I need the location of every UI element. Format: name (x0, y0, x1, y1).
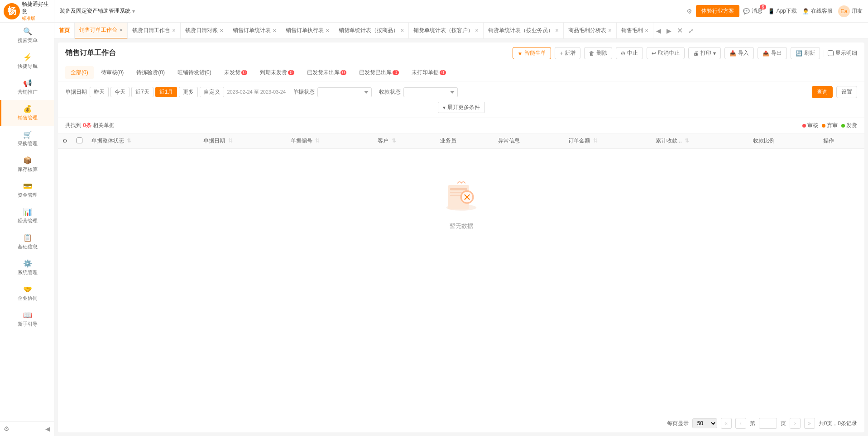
show-detail-checkbox[interactable]: 显示明细 (828, 49, 857, 57)
col-doc-num[interactable]: 单据编号 ⇅ (286, 133, 374, 149)
tabs-maximize-btn[interactable]: ⤢ (686, 23, 696, 39)
tabs-close-all-btn[interactable]: ✕ (674, 23, 686, 39)
sub-tab-not-printed[interactable]: 未打印单据0 (406, 66, 451, 79)
tab-gross-profit[interactable]: 商品毛利分析表 ✕ (564, 23, 617, 39)
tab-sales-order-workbench[interactable]: 销售订单工作台 ✕ (75, 23, 128, 39)
col-doc-date[interactable]: 单据日期 ⇅ (199, 133, 286, 149)
sub-tab-not-shipped[interactable]: 未发货0 (219, 66, 253, 79)
prev-page-btn[interactable]: ‹ (735, 418, 746, 429)
status-select[interactable] (317, 87, 372, 97)
last-page-btn[interactable]: » (804, 418, 815, 429)
batch-ship-btn[interactable]: 发货 (841, 122, 857, 129)
industry-btn[interactable]: 体验行业方案 (696, 5, 739, 17)
tab-close-icon[interactable]: ✕ (220, 28, 223, 33)
tab-sales-gross[interactable]: 销售毛利 ✕ (617, 23, 653, 39)
table-checkbox-col[interactable] (72, 133, 87, 149)
tab-cash-reconcile[interactable]: 钱货日清对账 ✕ (181, 23, 228, 39)
sidebar-item-guide[interactable]: 📖 新手引导 (0, 306, 54, 332)
sidebar-item-enterprise[interactable]: 🤝 企业协同 (0, 280, 54, 306)
date-btn-yesterday[interactable]: 昨天 (90, 87, 109, 97)
sidebar-item-basic-info[interactable]: 📋 基础信息 (0, 229, 54, 255)
tab-sales-order-exec[interactable]: 销售订单执行表 ✕ (281, 23, 334, 39)
next-page-btn[interactable]: › (790, 418, 801, 429)
date-btn-more[interactable]: 更多 (179, 87, 198, 97)
sidebar-item-sales[interactable]: 💰 销售管理 (0, 100, 54, 126)
sub-tab-shipped-not-out[interactable]: 已发货未出库0 (302, 66, 352, 79)
batch-cancel-review-btn[interactable]: 弃审 (822, 122, 838, 129)
tab-sales-order-stats[interactable]: 销售订单统计表 ✕ (228, 23, 281, 39)
import-btn[interactable]: 📥 导入 (724, 47, 754, 59)
sidebar-item-inventory[interactable]: 📦 库存核算 (0, 152, 54, 177)
payment-select[interactable] (403, 87, 458, 97)
col-customer[interactable]: 客户 ⇅ (373, 133, 436, 149)
print-btn[interactable]: 🖨 打印 ▾ (688, 47, 721, 59)
select-all-checkbox[interactable] (77, 137, 82, 143)
app-download-action[interactable]: 📱 App下载 (768, 7, 797, 15)
cancel-stop-btn[interactable]: ↩ 取消中止 (647, 47, 685, 59)
tab-sales-stats-product[interactable]: 销货单统计表（按商品） ✕ (334, 23, 409, 39)
tabs-next-btn[interactable]: ▶ (664, 23, 674, 39)
first-page-btn[interactable]: « (721, 418, 732, 429)
search-btn[interactable]: 查询 (812, 86, 833, 98)
tab-close-icon[interactable]: ✕ (326, 28, 329, 33)
sub-tab-all[interactable]: 全部(0) (65, 66, 94, 79)
tab-close-icon[interactable]: ✕ (608, 28, 612, 33)
collapse-icon[interactable]: ◀ (45, 425, 50, 432)
col-salesperson[interactable]: 业务员 (436, 133, 494, 149)
settings-filter-btn[interactable]: 设置 (836, 86, 857, 98)
col-cumulative-payment[interactable]: 累计收款... ⇅ (651, 133, 748, 149)
message-action[interactable]: 💬 消息 6 (743, 7, 762, 15)
online-service-action[interactable]: 👨‍💼 在线客服 (802, 7, 833, 15)
sub-tab-shipped-out[interactable]: 已发货已出库0 (354, 66, 404, 79)
user-action[interactable]: Ea 用友 (838, 5, 863, 17)
tab-sales-stats-customer[interactable]: 销货单统计表（按客户） ✕ (409, 23, 484, 39)
tab-close-icon[interactable]: ✕ (119, 28, 123, 33)
col-doc-status[interactable]: 单据整体状态 ⇅ (87, 133, 199, 149)
settings-bottom-icon[interactable]: ⚙ (4, 425, 10, 432)
tab-sales-stats-salesperson[interactable]: 销货单统计表（按业务员） ✕ (484, 23, 564, 39)
table-settings-col[interactable]: ⚙ (58, 133, 72, 149)
topbar-actions: 💬 消息 6 📱 App下载 👨‍💼 在线客服 Ea 用友 (743, 5, 863, 17)
date-btn-custom[interactable]: 自定义 (200, 87, 224, 97)
date-btn-7days[interactable]: 近7天 (131, 87, 153, 97)
tab-close-icon[interactable]: ✕ (475, 28, 479, 33)
system-title-dropdown[interactable]: 装备及固定资产辅助管理系统 ▾ (60, 7, 135, 15)
sidebar-item-search[interactable]: 🔍 搜索菜单 (0, 23, 54, 48)
sidebar-item-marketing[interactable]: 📢 营销推广 (0, 74, 54, 100)
per-page-select[interactable]: 10 20 50 100 (692, 418, 717, 428)
sub-tab-overdue-not-shipped[interactable]: 到期未发货0 (254, 66, 300, 79)
sub-tab-pending-pick[interactable]: 待拣验货(0) (131, 66, 170, 79)
sidebar-item-system[interactable]: ⚙️ 系统管理 (0, 255, 54, 280)
stop-btn[interactable]: ⊘ 中止 (616, 47, 643, 59)
export-btn[interactable]: 📤 导出 (758, 47, 787, 59)
col-anomaly[interactable]: 异常信息 (494, 133, 564, 149)
settings-icon[interactable]: ⚙ (686, 8, 692, 15)
expand-filter-btn[interactable]: ▾ 展开更多条件 (438, 102, 485, 113)
smart-generate-btn[interactable]: ★ 智能生单 (513, 47, 551, 59)
sidebar-item-purchase[interactable]: 🛒 采购管理 (0, 126, 54, 152)
tab-close-icon[interactable]: ✕ (400, 28, 404, 33)
date-btn-1month[interactable]: 近1月 (155, 87, 177, 97)
sidebar-item-quick-nav[interactable]: ⚡ 快捷导航 (0, 48, 54, 74)
tab-close-icon[interactable]: ✕ (273, 28, 276, 33)
tab-close-icon[interactable]: ✕ (645, 28, 648, 33)
tab-cash-clear-workbench[interactable]: 钱货日清工作台 ✕ (128, 23, 181, 39)
sort-icon: ⇅ (593, 137, 598, 144)
col-order-amount[interactable]: 订单金额 ⇅ (564, 133, 651, 149)
date-btn-today[interactable]: 今天 (110, 87, 129, 97)
tabs-prev-btn[interactable]: ◀ (653, 23, 664, 39)
sidebar-item-operation[interactable]: 📊 经营管理 (0, 203, 54, 229)
refresh-btn[interactable]: 🔄 刷新 (791, 47, 820, 59)
delete-btn[interactable]: 🗑 删除 (584, 47, 612, 59)
tab-home[interactable]: 首页 (54, 23, 75, 39)
batch-review-btn[interactable]: 审核 (802, 122, 818, 129)
sub-tab-pending-review[interactable]: 待审核(0) (96, 66, 129, 79)
page-input[interactable]: 1 (759, 418, 777, 429)
show-detail-input[interactable] (828, 50, 834, 56)
tab-close-icon[interactable]: ✕ (555, 28, 559, 33)
sub-tab-wangpu-pending[interactable]: 旺铺待发货(0) (172, 66, 217, 79)
table-scroll[interactable]: ⚙ 单据整体状态 ⇅ 单据日期 ⇅ 单据编号 (58, 133, 864, 414)
tab-close-icon[interactable]: ✕ (172, 28, 176, 33)
add-btn[interactable]: + 新增 (555, 47, 580, 59)
sidebar-item-finance[interactable]: 💳 资金管理 (0, 177, 54, 203)
